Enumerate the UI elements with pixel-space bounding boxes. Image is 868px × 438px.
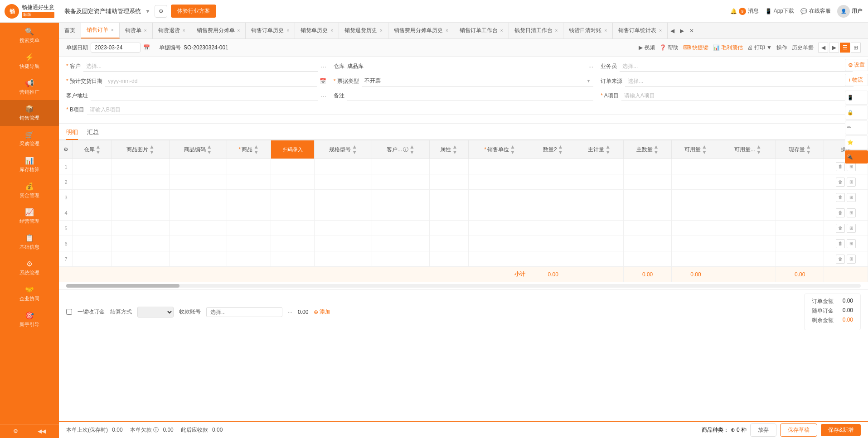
tab-close-return-history[interactable]: × [380, 28, 383, 33]
address-input[interactable] [91, 91, 318, 101]
discard-btn[interactable]: 放弃 [750, 424, 776, 437]
row6-unit[interactable] [468, 236, 531, 251]
sidebar-item-guide[interactable]: 🎯 新手引导 [0, 307, 59, 332]
tab-cost-history[interactable]: 销售费用分摊单历史 × [388, 23, 454, 39]
row1-product[interactable] [227, 159, 271, 174]
tab-close-sales-order[interactable]: × [111, 28, 114, 33]
sidebar-item-purchase[interactable]: 🛒 采购管理 [0, 126, 59, 152]
sidebar-item-search[interactable]: 🔍 搜索菜单 [0, 23, 59, 48]
system-dropdown-btn[interactable]: ▼ [145, 8, 151, 14]
row1-customer-code[interactable] [372, 159, 430, 174]
row4-copy-btn[interactable]: ⊞ [847, 208, 856, 217]
customer-dots-btn[interactable]: ··· [321, 63, 326, 70]
profit-btn[interactable]: 📊 毛利预估 [713, 44, 743, 52]
row4-spec[interactable] [315, 205, 372, 221]
side-panel-btn1[interactable]: 📱 [845, 91, 868, 105]
row3-warehouse[interactable] [73, 190, 112, 205]
tab-close-sales-bill[interactable]: × [144, 28, 147, 33]
save-draft-btn[interactable]: 保存草稿 [780, 424, 817, 437]
b-project-input[interactable] [87, 105, 861, 115]
row4-qty2[interactable] [531, 205, 575, 221]
row5-attributes[interactable] [429, 221, 468, 236]
tab-order-stats[interactable]: 销售订单统计表 × [613, 23, 668, 39]
row2-customer-code[interactable] [372, 174, 430, 190]
customer-input[interactable] [83, 61, 318, 72]
date-calendar-icon[interactable]: 📅 [320, 78, 326, 84]
row6-qty2[interactable] [531, 236, 575, 251]
account-dots-btn[interactable]: ··· [288, 309, 292, 315]
sidebar-item-enterprise[interactable]: 🤝 企业协同 [0, 281, 59, 307]
a-project-input[interactable] [621, 91, 861, 101]
row7-copy-btn[interactable]: ⊞ [847, 255, 856, 264]
save-new-btn[interactable]: 保存&新增 [821, 424, 861, 436]
tab-return-history[interactable]: 销货退货历史 × [339, 23, 388, 39]
row1-warehouse[interactable] [73, 159, 112, 174]
row2-spec[interactable] [315, 174, 372, 190]
row1-delete-btn[interactable]: 🗑 [836, 162, 845, 171]
row3-copy-btn[interactable]: ⊞ [847, 193, 856, 202]
online-service-btn[interactable]: 💬 在线客服 [800, 7, 831, 15]
table-settings-icon[interactable]: ⚙ [63, 146, 68, 153]
tabs-nav-close-all[interactable]: ✕ [687, 28, 697, 34]
shortcut-btn[interactable]: ⌨ 快捷键 [683, 44, 708, 52]
row4-warehouse[interactable] [73, 205, 112, 221]
app-download-btn[interactable]: 📱 App下载 [765, 7, 794, 15]
grid-btn-2[interactable]: ▶ [829, 43, 839, 53]
row1-attributes[interactable] [429, 159, 468, 174]
row7-main-qty[interactable] [623, 251, 671, 267]
topbar-settings-btn[interactable]: ⚙ [155, 5, 167, 18]
row2-attributes[interactable] [429, 174, 468, 190]
row6-product[interactable] [227, 236, 271, 251]
note-input[interactable] [347, 91, 594, 101]
row4-attributes[interactable] [429, 205, 468, 221]
row3-code[interactable] [169, 190, 227, 205]
tab-sales-return[interactable]: 销货退货 × [153, 23, 191, 39]
row2-delete-btn[interactable]: 🗑 [836, 178, 845, 187]
row3-customer-code[interactable] [372, 190, 430, 205]
row4-code[interactable] [169, 205, 227, 221]
row5-warehouse[interactable] [73, 221, 112, 236]
row3-product[interactable] [227, 190, 271, 205]
row2-unit[interactable] [468, 174, 531, 190]
row6-copy-btn[interactable]: ⊞ [847, 239, 856, 248]
row1-qty2[interactable] [531, 159, 575, 174]
sidebar-item-basicinfo[interactable]: 📋 基础信息 [0, 229, 59, 255]
row3-attributes[interactable] [429, 190, 468, 205]
row5-main-qty[interactable] [623, 221, 671, 236]
row5-customer-code[interactable] [372, 221, 430, 236]
date-input[interactable] [91, 43, 141, 53]
row6-spec[interactable] [315, 236, 372, 251]
row2-warehouse[interactable] [73, 174, 112, 190]
row3-qty2[interactable] [531, 190, 575, 205]
row6-code[interactable] [169, 236, 227, 251]
row7-qty2[interactable] [531, 251, 575, 267]
row5-code[interactable] [169, 221, 227, 236]
sidebar-item-system[interactable]: ⚙ 系统管理 [0, 255, 59, 281]
calendar-icon[interactable]: 📅 [143, 44, 150, 51]
row5-unit[interactable] [468, 221, 531, 236]
side-panel-btn3[interactable]: ✏ [845, 120, 868, 135]
tab-close-sales-return[interactable]: × [183, 28, 185, 33]
tabs-nav-prev[interactable]: ◀ [668, 28, 677, 34]
row2-copy-btn[interactable]: ⊞ [847, 178, 856, 187]
row5-copy-btn[interactable]: ⊞ [847, 224, 856, 233]
tab-home[interactable]: 首页 [59, 23, 81, 39]
row5-product[interactable] [227, 221, 271, 236]
help-btn[interactable]: ❓ 帮助 [659, 44, 679, 52]
row1-spec[interactable] [315, 159, 372, 174]
address-dots-btn[interactable]: ··· [321, 92, 326, 100]
sidebar-item-marketing[interactable]: 📢 营销推广 [0, 74, 59, 100]
sidebar-item-finance[interactable]: 💰 资金管理 [0, 178, 59, 203]
one-click-checkbox[interactable] [66, 309, 72, 315]
row3-unit[interactable] [468, 190, 531, 205]
tab-close-cost-history[interactable]: × [446, 28, 448, 33]
row2-code[interactable] [169, 174, 227, 190]
row6-main-qty[interactable] [623, 236, 671, 251]
tab-close-order-history[interactable]: × [286, 28, 289, 33]
row2-main-qty[interactable] [623, 174, 671, 190]
row7-unit[interactable] [468, 251, 531, 267]
row7-product[interactable] [227, 251, 271, 267]
sidebar-settings-btn[interactable]: ⚙ [13, 428, 18, 434]
side-panel-btn5[interactable]: 🔌 [845, 150, 868, 164]
sidebar-collapse-btn[interactable]: ◀◀ [38, 428, 46, 434]
